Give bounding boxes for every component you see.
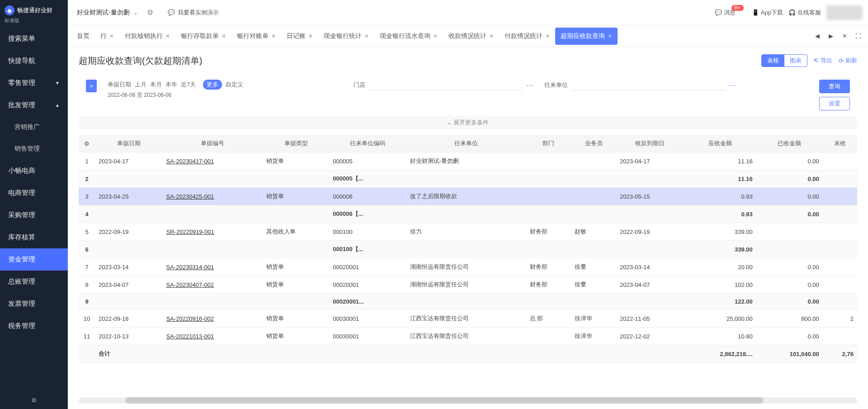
close-icon[interactable]: ✕ <box>364 33 369 39</box>
tab-scroll-left[interactable]: ◀ <box>811 30 824 43</box>
table-header[interactable]: 收款到期日 <box>616 135 684 152</box>
table-row[interactable]: 900020001...122.000.00 <box>79 294 857 310</box>
table-header[interactable]: 往来单位 <box>406 135 526 152</box>
sidebar-item[interactable]: 销售管理 <box>0 138 68 160</box>
table-row[interactable]: 4000006【...0.930.00 <box>79 205 857 223</box>
view-table-pill[interactable]: 表格 <box>762 55 784 67</box>
tab[interactable]: 付款情况统计✕ <box>499 28 555 45</box>
table-row[interactable]: 6000100【...339.00 <box>79 241 857 258</box>
user-avatar[interactable] <box>826 5 863 20</box>
tab[interactable]: 现金银行统计✕ <box>318 28 374 45</box>
table-header[interactable]: 业务员 <box>571 135 616 152</box>
date-chip-custom[interactable]: 自定义 <box>226 81 243 89</box>
table-row[interactable]: 82023-04-07SA-20230407-002销货单00020001湖南恒… <box>79 276 857 294</box>
table-row[interactable]: 52022-09-19SR-20220919-001其他收入单000100徐力财… <box>79 223 857 241</box>
sidebar-item[interactable]: 搜索菜单 <box>0 28 68 50</box>
close-icon[interactable]: ✕ <box>608 33 612 39</box>
sidebar-item[interactable]: 营销推广 <box>0 116 68 138</box>
close-icon[interactable]: ✕ <box>308 33 313 39</box>
close-icon[interactable]: ✕ <box>165 33 170 39</box>
doc-link[interactable]: SR-20220919-001 <box>166 228 214 235</box>
close-icon[interactable]: ✕ <box>109 33 114 39</box>
table-row[interactable]: 102022-09-16SA-20220916-002销货单00030001江西… <box>79 310 857 328</box>
date-chip[interactable]: 本月 <box>150 81 162 88</box>
doc-link[interactable]: SA-20230417-001 <box>166 158 214 165</box>
sidebar-item[interactable]: 税务管理 <box>0 315 68 337</box>
settings-gear-icon[interactable]: ⚙ <box>0 391 68 409</box>
sidebar-item[interactable]: 电商管理 <box>0 182 68 204</box>
date-chip-more[interactable]: 更多 <box>203 80 222 90</box>
partner-more-icon[interactable]: ⋯ <box>729 81 736 90</box>
table-header[interactable]: 应收金额 <box>684 135 756 152</box>
app-download-button[interactable]: 📱 App下载 <box>752 9 783 17</box>
store-more-icon[interactable]: ⋯ <box>526 81 533 90</box>
table-row[interactable]: 32023-04-25SA-20230425-001销货单000006改了之后限… <box>79 188 857 205</box>
tab-fullscreen[interactable]: ⛶ <box>852 30 864 43</box>
sidebar-item[interactable]: 快捷导航 <box>0 50 68 72</box>
org-selector[interactable]: 好业财测试-量勿删 ⌄ <box>73 7 142 19</box>
doc-link[interactable]: SA-20230314-001 <box>166 264 214 271</box>
tab[interactable]: 收款情况统计✕ <box>443 28 499 45</box>
tab[interactable]: 首页 <box>71 28 95 45</box>
close-icon[interactable]: ✕ <box>489 33 494 39</box>
close-icon[interactable]: ✕ <box>271 33 276 39</box>
table-header[interactable]: 部门 <box>526 135 571 152</box>
sidebar-item[interactable]: 零售管理▼ <box>0 72 68 94</box>
tab[interactable]: 日记账✕ <box>281 28 318 45</box>
gear-icon[interactable]: ⚙ <box>84 140 90 147</box>
collapse-filters-button[interactable]: » <box>86 80 97 92</box>
table-cell: 0.93 <box>684 205 756 223</box>
horizontal-scrollbar[interactable] <box>79 397 857 404</box>
query-button[interactable]: 查询 <box>819 80 850 93</box>
tab[interactable]: 行✕ <box>95 28 119 45</box>
store-filter-input[interactable] <box>369 80 523 90</box>
customer-service-button[interactable]: 🎧 在线客服 <box>788 9 821 17</box>
close-icon[interactable]: ✕ <box>545 33 550 39</box>
sidebar-item[interactable]: 小畅电商 <box>0 160 68 182</box>
tab[interactable]: 银行对账单✕ <box>231 28 281 45</box>
sidebar-item[interactable]: 发票管理 <box>0 293 68 315</box>
table-header[interactable]: 单据编号 <box>163 135 263 152</box>
sidebar-item[interactable]: 资金管理 <box>0 248 68 271</box>
partner-filter-input[interactable] <box>571 80 725 90</box>
tab-close-all[interactable]: ✕ <box>838 30 851 43</box>
sidebar-item[interactable]: 总账管理 <box>0 271 68 293</box>
view-chart-pill[interactable]: 图表 <box>784 55 807 67</box>
doc-link[interactable]: SA-20220916-002 <box>166 315 214 322</box>
table-header[interactable]: 单据日期 <box>95 135 163 152</box>
close-icon[interactable]: ✕ <box>222 33 226 39</box>
table-row[interactable]: 72023-03-14SA-20230314-001销货单00020001湖南恒… <box>79 258 857 276</box>
tab[interactable]: 付款核销执行✕ <box>119 28 175 45</box>
sidebar-item[interactable]: 库存核算 <box>0 226 68 248</box>
messages-button[interactable]: 💬 消息 99+ <box>715 9 736 17</box>
doc-link[interactable]: SA-20221013-001 <box>166 333 214 340</box>
sidebar-item[interactable]: 采购管理 <box>0 204 68 226</box>
table-header[interactable]: ⚙ <box>79 135 95 152</box>
expand-filters-button[interactable]: ⌄ 展开更多条件 <box>79 116 857 129</box>
export-button[interactable]: ⇱ 导出 <box>814 57 832 65</box>
tab[interactable]: 现金银行流水查询✕ <box>374 28 443 45</box>
table-header[interactable]: 单据类型 <box>263 135 329 152</box>
tab[interactable]: 超期应收款查询✕ <box>555 28 618 45</box>
date-chip[interactable]: 近7天 <box>181 81 196 88</box>
table-header[interactable]: 往来单位编码 <box>329 135 406 152</box>
doc-link[interactable]: SA-20230425-001 <box>166 193 214 200</box>
demo-link[interactable]: 💬 我要看实例演示 <box>168 9 219 17</box>
date-chip[interactable]: 上月 <box>135 81 146 88</box>
table-header[interactable]: 未收 <box>823 135 857 152</box>
close-icon[interactable]: ✕ <box>433 33 438 39</box>
scrollbar-thumb[interactable] <box>125 397 764 404</box>
table-row[interactable]: 2000005【...11.160.00 <box>79 170 857 188</box>
table-header[interactable]: 已收金额 <box>756 135 823 152</box>
gear-icon[interactable]: ⚙ <box>147 8 153 17</box>
sidebar-item[interactable]: 批发管理▲ <box>0 94 68 116</box>
data-table-wrap[interactable]: ⚙单据日期单据编号单据类型往来单位编码往来单位部门业务员收款到期日应收金额已收金… <box>79 135 857 395</box>
date-chip[interactable]: 本年 <box>165 81 177 88</box>
refresh-button[interactable]: ⟳ 刷新 <box>839 57 857 65</box>
doc-link[interactable]: SA-20230407-002 <box>166 281 214 288</box>
tab-scroll-right[interactable]: ▶ <box>825 30 837 43</box>
setting-button[interactable]: 设置 <box>819 97 850 110</box>
table-row[interactable]: 12023-04-17SA-20230417-001销货单000005好业财测试… <box>79 152 857 170</box>
tab[interactable]: 银行存取款单✕ <box>175 28 231 45</box>
table-row[interactable]: 112022-10-13SA-20221013-001销货单00030001江西… <box>79 328 857 345</box>
